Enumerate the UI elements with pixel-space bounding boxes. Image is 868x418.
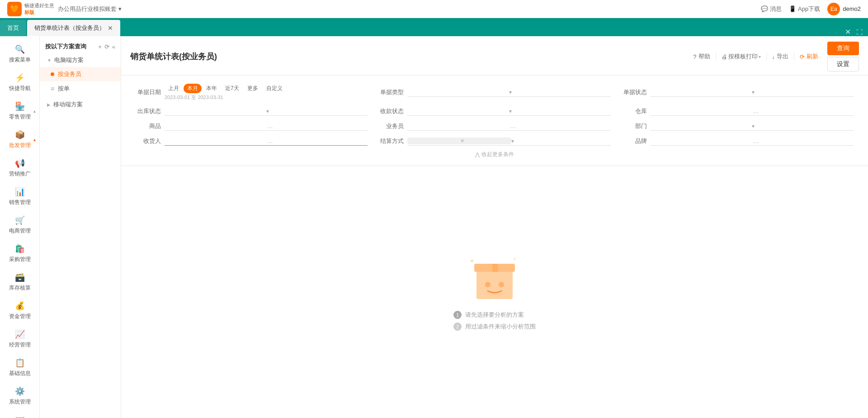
collapse-button[interactable]: ⋀ 收起更多条件 xyxy=(130,149,859,160)
sub-sidebar-header: 按以下方案查询 + ⟳ « xyxy=(40,40,121,53)
logo-text: 畅捷通好生意 标版 xyxy=(24,2,54,15)
svg-text:✦: ✦ xyxy=(510,271,514,275)
date-btn-thisyear[interactable]: 本年 xyxy=(203,84,221,93)
sidebar-item-purchase[interactable]: 🛍️ 采购管理 xyxy=(0,239,39,268)
sub-group-mobile-title[interactable]: ▶ 移动端方案 xyxy=(40,98,121,111)
sub-group-desktop-title[interactable]: ▼ 电脑端方案 xyxy=(40,53,121,67)
collapse-sidebar-icon[interactable]: « xyxy=(112,43,115,50)
sidebar-item-search[interactable]: 🔍 搜索菜单 xyxy=(0,40,39,68)
date-btn-last7days[interactable]: 近7天 xyxy=(222,84,243,93)
consignee-dots-icon[interactable]: … xyxy=(267,138,368,144)
sidebar-item-basic[interactable]: 📋 基础信息 xyxy=(0,353,39,382)
sub-item-by-order[interactable]: ≡ 按单 xyxy=(40,81,121,96)
goods-dots-icon[interactable]: … xyxy=(267,123,368,129)
sidebar-item-inventory[interactable]: 🗃️ 库存核算 xyxy=(0,268,39,296)
date-btn-lastmonth[interactable]: 上月 xyxy=(165,84,183,93)
filter-out-status: 出库状态 ▾ xyxy=(130,104,373,119)
refresh-icon: ⟳ xyxy=(800,53,805,60)
salesperson-input[interactable]: … xyxy=(407,122,610,131)
consignee-input[interactable]: … xyxy=(165,137,368,146)
sidebar-item-wholesale[interactable]: 📦 批发管理 ▲ xyxy=(0,125,39,154)
filter-doc-status: 单据状态 ▾ xyxy=(616,81,859,104)
settlement-arrow-icon: ▾ xyxy=(511,138,611,144)
help-icon: ? xyxy=(693,53,696,60)
query-button[interactable]: 查询 xyxy=(827,42,859,55)
inventory-icon: 🗃️ xyxy=(15,272,25,282)
sidebar-item-marketing[interactable]: 📢 营销推广 xyxy=(0,154,39,182)
add-scheme-icon[interactable]: + xyxy=(98,43,102,50)
sidebar-item-enterprise[interactable]: 🤝 企业协同 xyxy=(0,410,39,418)
out-status-input[interactable]: ▾ xyxy=(165,107,368,116)
dept-input[interactable]: ▾ xyxy=(651,122,854,131)
top-bar-left: 🧡 畅捷通好生意 标版 办公用品行业模拟账套 ▾ xyxy=(7,2,122,16)
filter-date: 单据日期 上月 本月 本年 近7天 更多 自定义 2023-03-01 至 20… xyxy=(130,81,373,104)
brand-input[interactable]: … xyxy=(651,137,854,146)
sidebar-item-ops[interactable]: 📈 经营管理 xyxy=(0,325,39,353)
warehouse-dots-icon[interactable]: … xyxy=(753,108,854,114)
svg-rect-2 xyxy=(492,264,498,272)
svg-point-3 xyxy=(485,282,491,287)
filter-row-1: 单据日期 上月 本月 本年 近7天 更多 自定义 2023-03-01 至 20… xyxy=(130,81,859,104)
warehouse-label: 仓库 xyxy=(622,107,647,115)
refresh-scheme-icon[interactable]: ⟳ xyxy=(104,43,109,50)
brand-dots-icon[interactable]: … xyxy=(753,138,854,144)
close-window-icon[interactable]: ✕ xyxy=(845,28,851,36)
goods-input[interactable]: … xyxy=(165,122,368,131)
date-controls: 上月 本月 本年 近7天 更多 自定义 2023-03-01 至 2023-03… xyxy=(165,84,368,101)
filter-dept: 部门 ▾ xyxy=(616,119,859,134)
settings-button[interactable]: 设置 xyxy=(827,57,859,71)
doc-status-arrow-icon: ▾ xyxy=(752,89,854,95)
payment-status-input[interactable]: ▾ xyxy=(407,107,610,116)
export-button[interactable]: ↓ 导出 xyxy=(772,52,789,61)
sub-sidebar-title: 按以下方案查询 xyxy=(45,43,86,51)
settlement-input[interactable]: ✕ ▾ xyxy=(407,137,610,146)
phone-icon: 📱 xyxy=(789,5,796,12)
logo-icon: 🧡 xyxy=(7,2,22,16)
export-icon: ↓ xyxy=(772,53,775,60)
user-name: demo2 xyxy=(843,5,861,12)
purchase-icon: 🛍️ xyxy=(15,244,25,254)
settlement-label: 结算方式 xyxy=(378,137,404,145)
sidebar-item-ecom[interactable]: 🛒 电商管理 xyxy=(0,211,39,239)
maximize-icon[interactable]: ⛶ xyxy=(856,28,863,36)
help-button[interactable]: ? 帮助 xyxy=(693,52,710,61)
group-expand-icon: ▼ xyxy=(47,58,52,63)
sidebar-item-finance[interactable]: 💰 资金管理 xyxy=(0,296,39,325)
sidebar-item-system[interactable]: ⚙️ 系统管理 xyxy=(0,382,39,410)
logo-area: 🧡 畅捷通好生意 标版 xyxy=(7,2,54,16)
quick-icon: ⚡ xyxy=(15,73,25,83)
filter-goods: 商品 … xyxy=(130,119,373,134)
date-label: 单据日期 xyxy=(136,88,161,96)
print-button[interactable]: 🖨 按模板打印 ▾ xyxy=(722,52,761,61)
tab-report[interactable]: 销货单统计表（按业务员） ✕ xyxy=(27,20,120,36)
user-area[interactable]: Ea demo2 xyxy=(827,3,861,15)
sidebar-item-sales[interactable]: 📊 销售管理 xyxy=(0,182,39,211)
empty-tips: 1 请先选择要分析的方案 2 用过滤条件来缩小分析范围 xyxy=(453,311,536,331)
retail-arrow-icon: ▲ xyxy=(33,109,37,114)
doc-status-input[interactable]: ▾ xyxy=(651,88,854,97)
app-download-button[interactable]: 📱 App下载 xyxy=(789,5,820,13)
sidebar-item-quick[interactable]: ⚡ 快捷导航 xyxy=(0,68,39,97)
tip-num-2: 2 xyxy=(453,323,462,331)
message-button[interactable]: 💬 消息 xyxy=(761,5,782,13)
date-btn-thismonth[interactable]: 本月 xyxy=(184,84,202,93)
date-btn-custom[interactable]: 自定义 xyxy=(263,84,286,93)
tab-home[interactable]: 首页 xyxy=(0,20,26,36)
svg-text:✦: ✦ xyxy=(513,256,516,261)
collapse-up-icon: ⋀ xyxy=(475,152,480,158)
sub-item-by-salesperson[interactable]: 按业务员 xyxy=(40,67,121,81)
date-btn-more[interactable]: 更多 xyxy=(244,84,262,93)
sidebar-item-retail[interactable]: 🏪 零售管理 ▲ xyxy=(0,97,39,125)
group-collapse-icon: ▶ xyxy=(47,102,51,107)
refresh-button[interactable]: ⟳ 刷新 xyxy=(800,52,818,61)
doc-type-input[interactable]: ▾ xyxy=(407,88,610,97)
filter-salesperson: 业务员 … xyxy=(373,119,616,134)
salesperson-dots-icon[interactable]: … xyxy=(510,123,611,129)
tab-bar: 首页 销货单统计表（按业务员） ✕ ✕ ⛶ xyxy=(0,18,868,36)
brand-label: 品牌 xyxy=(622,137,647,145)
payment-status-arrow-icon: ▾ xyxy=(509,108,611,114)
warehouse-input[interactable]: … xyxy=(651,107,854,116)
settlement-tag-close-icon[interactable]: ✕ xyxy=(460,138,509,144)
filter-consignee: 收货人 … xyxy=(130,134,373,149)
tab-close-icon[interactable]: ✕ xyxy=(108,24,113,32)
